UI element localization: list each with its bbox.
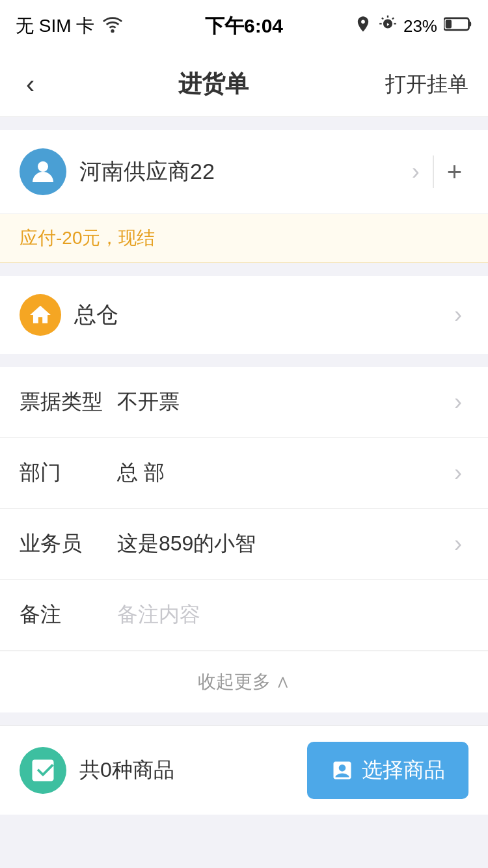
salesperson-row[interactable]: 业务员 这是859的小智 › bbox=[0, 509, 488, 580]
svg-point-0 bbox=[112, 30, 114, 32]
carrier-text: 无 SIM 卡 bbox=[16, 14, 94, 38]
supplier-name: 河南供应商22 bbox=[79, 157, 412, 187]
invoice-type-label: 票据类型 bbox=[20, 388, 104, 416]
svg-rect-2 bbox=[469, 21, 472, 26]
warehouse-card[interactable]: 总仓 › bbox=[0, 276, 488, 354]
battery-text: 23% bbox=[403, 16, 437, 36]
supplier-divider bbox=[433, 156, 434, 188]
product-count: 共0种商品 bbox=[79, 756, 307, 785]
supplier-avatar bbox=[20, 148, 66, 195]
notice-banner: 应付-20元，现结 bbox=[0, 214, 488, 263]
product-icon bbox=[20, 747, 66, 794]
salesperson-chevron-icon: › bbox=[454, 530, 462, 558]
collapse-button[interactable]: 收起更多 ∧ bbox=[198, 670, 291, 694]
supplier-chevron-icon: › bbox=[412, 158, 420, 185]
nav-bar: ‹ 进货单 打开挂单 bbox=[0, 52, 488, 117]
bottom-area bbox=[0, 815, 488, 868]
salesperson-label: 业务员 bbox=[20, 530, 104, 558]
salesperson-value: 这是859的小智 bbox=[117, 530, 454, 558]
invoice-type-row[interactable]: 票据类型 不开票 › bbox=[0, 367, 488, 438]
status-left: 无 SIM 卡 bbox=[16, 14, 123, 39]
location-icon bbox=[354, 15, 372, 38]
select-product-label: 选择商品 bbox=[362, 756, 445, 785]
supplier-card: 河南供应商22 › + 应付-20元，现结 bbox=[0, 130, 488, 263]
department-value: 总 部 bbox=[117, 459, 454, 487]
status-time: 下午6:04 bbox=[205, 13, 283, 40]
wifi-icon bbox=[102, 14, 123, 39]
department-chevron-icon: › bbox=[454, 459, 462, 487]
section-gap-2 bbox=[0, 263, 488, 276]
product-section: 共0种商品 选择商品 bbox=[0, 726, 488, 815]
warehouse-row[interactable]: 总仓 › bbox=[0, 276, 488, 354]
section-gap-1 bbox=[0, 117, 488, 130]
warehouse-name: 总仓 bbox=[74, 300, 454, 330]
collapse-row[interactable]: 收起更多 ∧ bbox=[0, 651, 488, 712]
remark-row[interactable]: 备注 备注内容 bbox=[0, 580, 488, 651]
invoice-chevron-icon: › bbox=[454, 388, 462, 416]
department-label: 部门 bbox=[20, 459, 104, 487]
battery-icon bbox=[444, 15, 472, 38]
back-button[interactable]: ‹ bbox=[20, 63, 41, 105]
svg-rect-3 bbox=[446, 20, 452, 28]
invoice-type-value: 不开票 bbox=[117, 388, 454, 416]
status-bar: 无 SIM 卡 下午6:04 23% bbox=[0, 0, 488, 52]
warehouse-chevron-icon: › bbox=[454, 301, 462, 329]
department-row[interactable]: 部门 总 部 › bbox=[0, 438, 488, 509]
svg-point-4 bbox=[38, 161, 48, 172]
alarm-icon bbox=[379, 15, 397, 38]
supplier-row[interactable]: 河南供应商22 › + bbox=[0, 130, 488, 214]
remark-label: 备注 bbox=[20, 601, 104, 629]
notice-text: 应付-20元，现结 bbox=[20, 228, 155, 248]
warehouse-icon bbox=[20, 294, 61, 336]
open-pending-button[interactable]: 打开挂单 bbox=[385, 70, 468, 99]
remark-input[interactable]: 备注内容 bbox=[117, 601, 468, 629]
status-right: 23% bbox=[354, 15, 472, 38]
page-title: 进货单 bbox=[178, 68, 249, 100]
add-supplier-button[interactable]: + bbox=[441, 157, 468, 187]
form-card: 票据类型 不开票 › 部门 总 部 › 业务员 这是859的小智 › 备注 备注… bbox=[0, 367, 488, 712]
section-gap-3 bbox=[0, 354, 488, 367]
select-product-button[interactable]: 选择商品 bbox=[307, 742, 468, 799]
